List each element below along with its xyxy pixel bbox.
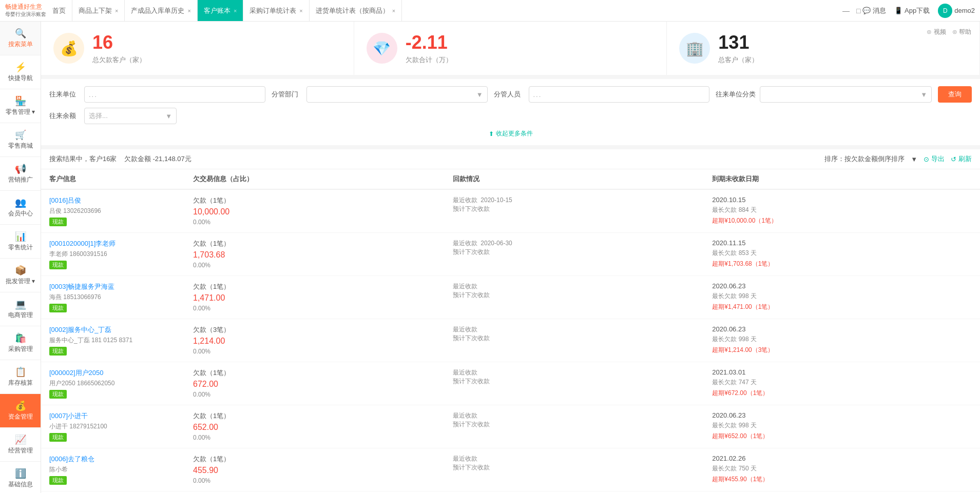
export-button[interactable]: ⊙ 导出 [924, 154, 945, 164]
app-download-button[interactable]: 📱 App下载 [894, 6, 930, 15]
customer-name-link[interactable]: [0003]畅捷服务尹海蓝 [49, 282, 193, 291]
sidebar-item-finance[interactable]: 💰资金管理 [0, 394, 41, 428]
tab-close-customer-account[interactable]: × [234, 8, 237, 14]
tag-cash: 现款 [49, 218, 67, 226]
next-repay-label: 预计下次收款 [453, 248, 713, 257]
overdue-days: 最长欠款 853 天 [712, 249, 972, 258]
data-table: 客户信息 欠交易信息（占比） 回款情况 到期未收款日期 [0016]吕俊 吕俊 … [41, 169, 980, 493]
window-minimize[interactable]: — [842, 7, 850, 15]
sidebar-icon-quick-nav: ⚡ [15, 62, 26, 73]
debt-percent: 0.00% [193, 391, 453, 398]
dept-select[interactable]: ▼ [306, 86, 488, 103]
tag-cash: 现款 [49, 433, 67, 442]
debt-count: 欠款（1笔） [193, 239, 453, 248]
tab-close-purchase-stat[interactable]: × [392, 8, 395, 14]
overdue-amount[interactable]: 超期¥455.90（1笔） [712, 475, 972, 484]
search-button[interactable]: 查询 [938, 86, 972, 103]
collapse-more-filters[interactable]: ⬆ 收起更多条件 [49, 129, 972, 138]
debt-percent: 0.00% [193, 434, 453, 441]
customer-name-link[interactable]: [0007]小进干 [49, 411, 193, 421]
sidebar-item-retail-mall[interactable]: 🛒零售商城 [0, 123, 41, 157]
customer-name-link[interactable]: [0006]去了粮仓 [49, 455, 193, 464]
overdue-amount[interactable]: 超期¥652.00（1笔） [712, 432, 972, 441]
overdue-amount[interactable]: 超期¥10,000.00（1笔） [712, 216, 972, 225]
sidebar-item-ecommerce[interactable]: 💻电商管理 [0, 292, 41, 326]
debt-count: 欠款（1笔） [193, 196, 453, 205]
filter-supplier-label: 往来单位 [49, 90, 80, 99]
balance-select[interactable]: 选择... ▼ [84, 108, 177, 124]
video-link[interactable]: ⊙ 视频 [927, 28, 946, 36]
due-date: 2020.10.15 [712, 196, 972, 204]
customer-info: [0016]吕俊 吕俊 13026203696 现款 [49, 196, 193, 226]
due-date: 2020.06.23 [712, 282, 972, 290]
supplier-input[interactable]: ... [84, 86, 265, 103]
customer-phone: 小进干 18279152100 [49, 422, 193, 431]
last-repay-label: 最近收款 [453, 455, 713, 463]
sidebar-item-wholesale-mgmt[interactable]: 📦批发管理 ▾ [0, 259, 41, 292]
tab-home[interactable]: 首页 [46, 0, 72, 21]
tab-close-purchase-order[interactable]: × [299, 8, 302, 14]
last-repay-label: 最近收款 2020-06-30 [453, 239, 713, 248]
tab-customer-account[interactable]: 客户账本× [198, 0, 243, 21]
sidebar-item-retail-stat[interactable]: 📊零售统计 [0, 225, 41, 259]
sidebar-item-member[interactable]: 👥会员中心 [0, 191, 41, 225]
overdue-amount[interactable]: 超期¥1,703.68（1笔） [712, 260, 972, 268]
help-link[interactable]: ⊙ 帮助 [952, 28, 971, 36]
next-repay-label: 预计下次收款 [453, 420, 713, 429]
tab-close-produce-history[interactable]: × [187, 8, 190, 14]
overdue-amount[interactable]: 超期¥1,214.00（3笔） [712, 346, 972, 354]
sidebar-item-inventory[interactable]: 📋库存核算 [0, 360, 41, 394]
date-info: 2020.06.23 最长欠款 998 天 超期¥652.00（1笔） [712, 411, 972, 441]
overdue-amount[interactable]: 超期¥1,471.00（1笔） [712, 303, 972, 311]
chevron-up-icon: ⬆ [489, 130, 494, 137]
last-repay-label: 最近收款 [453, 368, 713, 377]
window-maximize[interactable]: □ [854, 7, 862, 15]
filter-supplier: 往来单位 ... [49, 86, 265, 103]
table-row: [000002]用户2050 用户2050 18665062050 现款 欠款（… [41, 362, 980, 405]
top-right: 💬 消息 📱 App下载 D demo2 [862, 4, 975, 18]
message-button[interactable]: 💬 消息 [862, 6, 886, 15]
debt-info: 欠款（1笔） 1,471.00 0.00% [193, 282, 453, 312]
sidebar-item-search[interactable]: 🔍搜索菜单 [0, 22, 41, 55]
sidebar-item-operations[interactable]: 📈经营管理 [0, 428, 41, 462]
customer-phone: 李老师 18600391516 [49, 250, 193, 259]
debt-amount: 455.90 [193, 466, 453, 475]
last-repay-label: 最近收款 [453, 282, 713, 291]
sidebar-item-quick-nav[interactable]: ⚡快捷导航 [0, 55, 41, 89]
sidebar-icon-member: 👥 [15, 197, 26, 208]
customer-phone: 吕俊 13026203696 [49, 207, 193, 215]
tab-purchase-order[interactable]: 采购订单统计表× [243, 0, 309, 21]
avatar: D [938, 4, 952, 18]
customer-name-link[interactable]: [0001020000]1]李老师 [49, 239, 193, 248]
table-header: 客户信息 欠交易信息（占比） 回款情况 到期未收款日期 [41, 169, 980, 190]
debt-count: 欠款（1笔） [193, 368, 453, 378]
tab-product-off[interactable]: 商品上下架× [72, 0, 125, 21]
tab-produce-history[interactable]: 产成品入库单历史× [125, 0, 197, 21]
due-date: 2020.06.23 [712, 325, 972, 333]
sidebar-icon-purchase-mgmt: 🛍️ [15, 332, 26, 344]
user-menu[interactable]: D demo2 [938, 4, 975, 18]
tab-purchase-stat[interactable]: 进货单统计表（按商品）× [310, 0, 402, 21]
overdue-days: 最长欠款 998 天 [712, 421, 972, 430]
tab-close-product-off[interactable]: × [115, 8, 118, 14]
customer-name-link[interactable]: [000002]用户2050 [49, 368, 193, 378]
customer-name-link[interactable]: [0016]吕俊 [49, 196, 193, 205]
debt-percent: 0.00% [193, 305, 453, 312]
customer-name-link[interactable]: [0002]服务中心_丁磊 [49, 325, 193, 334]
next-repay-label: 预计下次收款 [453, 377, 713, 386]
logo-text: 畅捷通好生意 [5, 3, 46, 10]
repay-info: 最近收款 预计下次收款 [453, 411, 713, 429]
overdue-amount[interactable]: 超期¥672.00（1笔） [712, 389, 972, 398]
sidebar-item-purchase-mgmt[interactable]: 🛍️采购管理 [0, 326, 41, 360]
sidebar-item-basic-info[interactable]: ℹ️基础信息 [0, 462, 41, 493]
refresh-icon: ↺ [951, 155, 956, 163]
category-select[interactable]: ▼ [760, 86, 932, 103]
header-debt: 欠交易信息（占比） [193, 174, 453, 184]
filter-person: 分管人员 ... [494, 86, 710, 103]
person-input[interactable]: ... [529, 86, 710, 103]
sidebar-icon-ecommerce: 💻 [15, 299, 26, 310]
debt-info: 欠款（3笔） 1,214.00 0.00% [193, 325, 453, 355]
sidebar-item-marketing[interactable]: 📢营销推广 [0, 157, 41, 191]
sidebar-item-retail-mgmt[interactable]: 🏪零售管理 ▾ [0, 89, 41, 123]
refresh-button[interactable]: ↺ 刷新 [951, 154, 972, 164]
